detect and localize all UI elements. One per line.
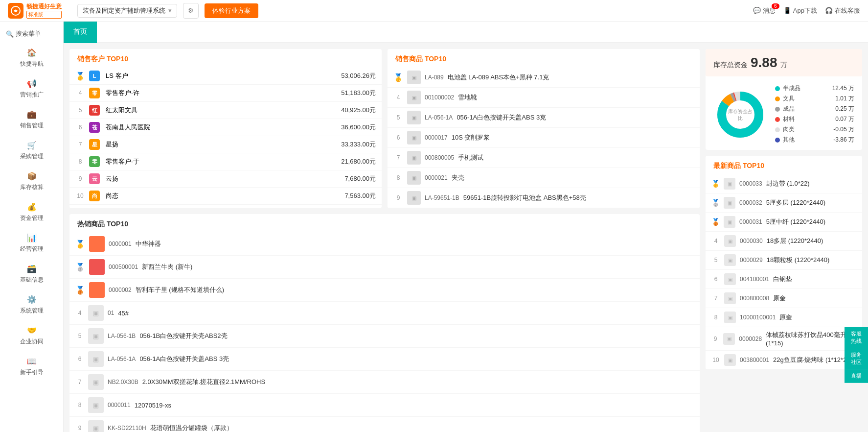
sidebar-item-3[interactable]: 🛒采购管理 (0, 135, 63, 166)
medal-icon: 🥇 (393, 73, 403, 82)
newest-product-name: 5厘中纤 (1220*2440) (766, 217, 825, 226)
sidebar-item-1[interactable]: 📢营销推广 (0, 73, 63, 104)
medal-icon: 🥇 (75, 240, 85, 249)
message-icon: 💬 (753, 7, 761, 14)
newest-product-row: 9 ▣ 0000028 体械荔枝味苏打饮品400毫升 (1*15) (706, 327, 862, 351)
float-btn-0[interactable]: 客服 热线 (845, 327, 868, 348)
settings-button[interactable]: ⚙ (183, 3, 199, 19)
legend-dot (775, 86, 780, 91)
product-code: LA-59651-1B (425, 194, 459, 201)
product-img-placeholder: ▣ (723, 333, 735, 345)
rank-number: 6 (711, 276, 720, 283)
sidebar-label-6: 经营管理 (20, 245, 44, 253)
hot-product-code: LA-056-1A (108, 356, 136, 362)
newest-product-code: 0000029 (740, 257, 763, 264)
newest-product-name: 白钢垫 (773, 275, 792, 284)
hot-product-row: 9▣ KK-SD22110H 花语萌恒温分罐罐袋（厚款） (69, 417, 700, 432)
trial-button[interactable]: 体验行业方案 (205, 3, 258, 18)
sidebar-item-5[interactable]: 💰资金管理 (0, 196, 63, 227)
sidebar-item-9[interactable]: 🤝企业协同 (0, 320, 63, 351)
newest-product-code: 0000032 (739, 199, 762, 206)
legend-item: 半成品 12.45 万 (775, 84, 854, 93)
app-download-button[interactable]: 📱 App下载 (783, 6, 817, 15)
hot-product-name: 45# (118, 310, 129, 317)
newest-product-code: 10000100001 (740, 314, 776, 321)
newest-product-code: 004100001 (740, 276, 769, 283)
customer-amount: 53,006.26元 (341, 72, 376, 80)
system-selector[interactable]: 装备及固定资产辅助管理系统 ▾ (77, 4, 177, 18)
left-panel: 销售客户 TOP10 🥇 L LS 客户 53,006.26元4 零 零售客户·… (69, 49, 700, 432)
hot-product-row: 6▣ LA-056-1A 056-1A白色按键开关盖ABS 3壳 (69, 348, 700, 371)
float-btn-1[interactable]: 服务 社区 (845, 348, 868, 369)
newest-product-row: 8 ▣ 10000100001 原奎 (706, 308, 862, 327)
sidebar-icon-6: 📊 (26, 232, 37, 243)
hot-product-name: 2.0X30MM双搓花轴.搓花直径2.1MM/ROHS (142, 378, 265, 386)
sidebar-icon-8: ⚙️ (26, 294, 37, 305)
product-name: 夹壳 (452, 173, 694, 182)
sidebar-item-2[interactable]: 💼销售管理 (0, 104, 63, 135)
legend-dot (775, 96, 780, 101)
legend-label: 其他 (783, 136, 795, 144)
content-area: 销售客户 TOP10 🥇 L LS 客户 53,006.26元4 零 零售客户·… (64, 43, 868, 432)
online-service-button[interactable]: 🎧 在线客服 (825, 6, 860, 15)
sidebar-label-3: 采购管理 (20, 152, 44, 161)
product-placeholder: ▣ (88, 397, 104, 413)
rank-number: 5 (75, 107, 85, 114)
rank-number: 4 (711, 238, 720, 244)
customer-amount: 7,563.00元 (344, 192, 376, 200)
rank-number: 7 (393, 154, 403, 161)
top-sales-product-row: 7 ▣ 000800005 手机测试 (388, 148, 700, 168)
newest-product-code: 0000033 (739, 180, 762, 187)
product-img: ▣ (407, 111, 421, 124)
legend-label: 半成品 (783, 84, 800, 93)
product-img-placeholder: ▣ (724, 254, 736, 266)
legend-dot (775, 138, 780, 143)
sidebar-item-6[interactable]: 📊经营管理 (0, 227, 63, 258)
search-menu-label: 搜索菜单 (16, 29, 41, 38)
product-name: 电池盖 LA-089 ABS本色+黑种 7.1克 (448, 73, 694, 82)
sidebar-label-5: 资金管理 (20, 214, 44, 222)
newest-product-row: 🥉 ▣ 0000031 5厘中纤 (1220*2440) (706, 213, 862, 232)
customer-name: 云扬 (106, 174, 341, 183)
messages-button[interactable]: 💬 消息 6 (753, 6, 776, 15)
product-img-placeholder: ▣ (724, 235, 736, 247)
logo-icon (8, 3, 23, 19)
customer-name: 星扬 (106, 140, 337, 149)
customer-avatar: 零 (89, 156, 100, 167)
sidebar-label-2: 销售管理 (20, 121, 44, 130)
phone-icon: 📱 (783, 7, 791, 14)
top-sales-product-row: 8 ▣ 0000021 夹壳 (388, 168, 700, 188)
sidebar-item-10[interactable]: 📖新手引导 (0, 351, 63, 382)
sidebar-icon-5: 💰 (26, 201, 37, 212)
hot-product-row: 8▣ 0000011 12070519-xs (69, 394, 700, 417)
top-customer-row: 9 云 云扬 7,680.00元 (69, 170, 382, 188)
sidebar-item-8[interactable]: ⚙️系统管理 (0, 289, 63, 320)
message-badge: 6 (772, 3, 779, 9)
hot-product-code: LA-056-1B (108, 333, 136, 339)
sidebar-label-1: 营销推广 (20, 91, 44, 99)
customer-amount: 7,680.00元 (344, 174, 376, 183)
legend-dot (775, 127, 780, 132)
sidebar-item-7[interactable]: 🗃️基础信息 (0, 258, 63, 289)
product-img-placeholder: ▣ (724, 273, 736, 285)
newest-product-row: 5 ▣ 0000029 18颗粒板 (1220*2440) (706, 251, 862, 270)
product-name: 手机测试 (458, 153, 694, 162)
inventory-card: 库存总资金 9.88 万 (706, 49, 862, 150)
sidebar: 🔍 搜索菜单 🏠快捷导航📢营销推广💼销售管理🛒采购管理📦库存核算💰资金管理📊经营… (0, 22, 64, 432)
medal-icon: 🥈 (75, 263, 85, 272)
hot-product-row: 🥉 0000002 智利车子里 (规格不知道填什么) (69, 279, 700, 302)
newest-product-name: 原奎 (773, 294, 786, 303)
product-name: 056-1A白色按键开关盖ABS 3克 (457, 113, 694, 122)
medal-icon: 🥈 (711, 199, 720, 207)
newest-product-row: 🥇 ▣ 0000033 封边带 (1.0*22) (706, 174, 862, 193)
tab-home[interactable]: 首页 (64, 22, 97, 43)
product-placeholder: ▣ (88, 420, 104, 432)
search-menu-button[interactable]: 🔍 搜索菜单 (0, 25, 63, 42)
main-content: 首页 销售客户 TOP10 🥇 L LS 客户 53,006.26元4 零 零售… (64, 22, 868, 432)
sidebar-item-4[interactable]: 📦库存核算 (0, 166, 63, 196)
float-btn-2[interactable]: 直播 (845, 369, 868, 383)
sidebar-item-0[interactable]: 🏠快捷导航 (0, 42, 63, 73)
hot-product-code: 01 (108, 310, 114, 316)
newest-products-card: 最新商品 TOP10 🥇 ▣ 0000033 封边带 (1.0*22)🥈 ▣ 0… (706, 156, 862, 369)
rank-number: 9 (393, 194, 403, 201)
